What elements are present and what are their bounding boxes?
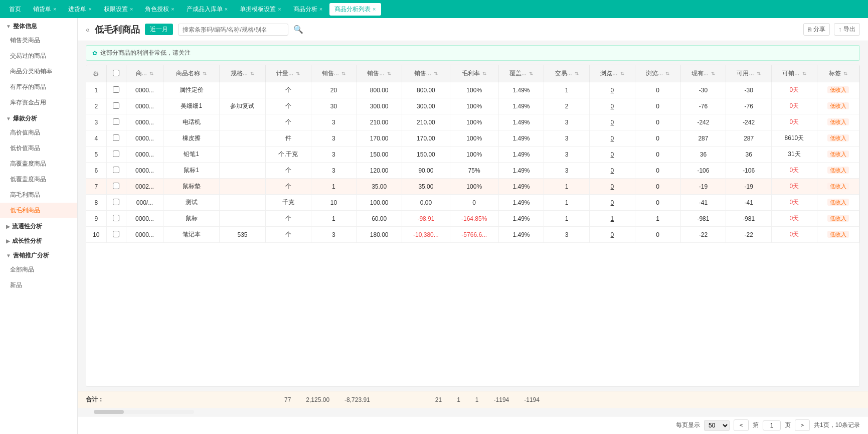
- col-unit[interactable]: 计量... ⇅: [265, 65, 311, 82]
- row-checkbox[interactable]: [113, 215, 119, 221]
- sidebar-item-high-value[interactable]: 高价值商品: [0, 125, 77, 140]
- nav-close-sales[interactable]: ×: [53, 6, 56, 12]
- row-checkbox[interactable]: [113, 134, 119, 141]
- col-checkbox[interactable]: [106, 65, 126, 82]
- col-browse1[interactable]: 浏览... ⇅: [590, 65, 635, 82]
- cell-checkbox[interactable]: [106, 211, 126, 227]
- export-btn[interactable]: ↑ 导出: [834, 23, 860, 36]
- cell-checkbox[interactable]: [106, 82, 126, 98]
- col-sellable[interactable]: 可销... ⇅: [772, 65, 817, 82]
- col-gross-margin[interactable]: 毛利率 ⇅: [450, 65, 498, 82]
- row-checkbox[interactable]: [113, 151, 119, 157]
- nav-item-permissions[interactable]: 权限设置 ×: [99, 3, 138, 16]
- cell-browse1[interactable]: 0: [590, 227, 635, 243]
- sidebar-section-growth[interactable]: ▶ 成长性分析: [0, 233, 77, 247]
- col-available[interactable]: 可用... ⇅: [726, 65, 772, 82]
- cell-browse1[interactable]: 1: [590, 211, 635, 227]
- nav-item-sales[interactable]: 销货单 ×: [28, 3, 61, 16]
- cell-checkbox[interactable]: [106, 98, 126, 114]
- row-checkbox[interactable]: [113, 199, 119, 205]
- nav-label-products: 产成品入库单: [187, 5, 223, 14]
- page-size-select[interactable]: 50 100: [704, 420, 730, 431]
- sidebar-item-sales-products[interactable]: 销售类商品: [0, 33, 77, 48]
- horizontal-scrollbar[interactable]: [94, 410, 194, 414]
- nav-item-roles[interactable]: 角色授权 ×: [140, 3, 179, 16]
- nav-item-purchase[interactable]: 进货单 ×: [63, 3, 96, 16]
- row-checkbox[interactable]: [113, 167, 119, 173]
- sidebar-item-high-margin[interactable]: 高毛利商品: [0, 187, 77, 203]
- col-spec[interactable]: 规格... ⇅: [220, 65, 266, 82]
- sidebar-item-low-coverage[interactable]: 低覆盖度商品: [0, 172, 77, 187]
- sidebar-item-low-margin[interactable]: 低毛利商品: [0, 203, 77, 218]
- col-code[interactable]: 商... ⇅: [126, 65, 163, 82]
- share-btn[interactable]: ⎘ 分享: [803, 23, 830, 36]
- sidebar-item-all-products[interactable]: 全部商品: [0, 262, 77, 277]
- select-all-checkbox[interactable]: [113, 70, 119, 76]
- cell-checkbox[interactable]: [106, 114, 126, 130]
- nav-close-permissions[interactable]: ×: [130, 6, 133, 12]
- sidebar-item-new-products[interactable]: 新品: [0, 277, 77, 293]
- row-checkbox[interactable]: [113, 86, 119, 93]
- nav-close-products[interactable]: ×: [225, 6, 228, 12]
- nav-close-purchase[interactable]: ×: [88, 6, 91, 12]
- nav-close-analysis-list[interactable]: ×: [373, 6, 376, 12]
- sidebar-section-hot[interactable]: ▼ 爆款分析: [0, 110, 77, 125]
- col-name[interactable]: 商品名称 ⇅: [163, 65, 220, 82]
- sidebar-item-capital[interactable]: 库存资金占用: [0, 95, 77, 110]
- nav-item-analysis[interactable]: 商品分析 ×: [288, 3, 327, 16]
- nav-item-templates[interactable]: 单据模板设置 ×: [235, 3, 286, 16]
- page-number-input[interactable]: [763, 420, 781, 430]
- cell-browse1[interactable]: 0: [590, 163, 635, 179]
- row-checkbox[interactable]: [113, 183, 119, 189]
- cell-code: 0000...: [126, 211, 163, 227]
- col-sales-qty[interactable]: 销售... ⇅: [311, 65, 357, 82]
- cell-browse1[interactable]: 0: [590, 98, 635, 114]
- cell-browse1[interactable]: 0: [590, 82, 635, 98]
- cell-checkbox[interactable]: [106, 130, 126, 147]
- sidebar-section-overall[interactable]: ▼ 整体信息: [0, 18, 77, 33]
- search-input[interactable]: [178, 24, 288, 36]
- cell-browse1[interactable]: 0: [590, 114, 635, 130]
- scrollbar-thumb[interactable]: [94, 410, 124, 414]
- col-browse2[interactable]: 浏览... ⇅: [635, 65, 680, 82]
- nav-item-products[interactable]: 产成品入库单 ×: [182, 3, 233, 16]
- cell-browse1[interactable]: 0: [590, 195, 635, 211]
- cell-browse1[interactable]: 0: [590, 179, 635, 195]
- next-page-btn[interactable]: ＞: [795, 419, 810, 431]
- search-icon[interactable]: 🔍: [293, 25, 303, 34]
- row-checkbox[interactable]: [113, 231, 119, 237]
- row-checkbox[interactable]: [113, 102, 119, 109]
- sidebar-section-liquidity[interactable]: ▶ 流通性分析: [0, 218, 77, 233]
- sidebar-item-category-rate[interactable]: 商品分类助销率: [0, 64, 77, 79]
- settings-icon[interactable]: ⚙: [93, 70, 99, 78]
- col-coverage[interactable]: 覆盖... ⇅: [498, 65, 544, 82]
- pagination-bar: 每页显示 50 100 ＜ 第 页 ＞ 共1页，10条记录: [78, 416, 868, 434]
- sidebar-item-in-stock[interactable]: 有库存的商品: [0, 79, 77, 95]
- cell-browse1[interactable]: 0: [590, 130, 635, 147]
- prev-page-btn[interactable]: ＜: [734, 419, 749, 431]
- row-checkbox[interactable]: [113, 118, 119, 125]
- col-current-stock[interactable]: 现有... ⇅: [680, 65, 726, 82]
- sidebar-collapse-btn[interactable]: «: [86, 26, 90, 34]
- filter-recent-month-btn[interactable]: 近一月: [145, 24, 173, 35]
- sidebar-item-low-value[interactable]: 低价值商品: [0, 140, 77, 156]
- nav-close-roles[interactable]: ×: [171, 6, 174, 12]
- cell-checkbox[interactable]: [106, 227, 126, 243]
- col-settings[interactable]: ⚙: [86, 65, 106, 82]
- col-tag[interactable]: 标签 ⇅: [817, 65, 859, 82]
- nav-close-templates[interactable]: ×: [278, 6, 281, 12]
- col-sales-amount[interactable]: 销售... ⇅: [402, 65, 450, 82]
- cell-checkbox[interactable]: [106, 147, 126, 163]
- nav-close-analysis[interactable]: ×: [319, 6, 322, 12]
- nav-item-analysis-list[interactable]: 商品分析列表 ×: [329, 3, 381, 16]
- cell-browse1[interactable]: 0: [590, 147, 635, 163]
- cell-checkbox[interactable]: [106, 195, 126, 211]
- cell-checkbox[interactable]: [106, 179, 126, 195]
- col-sales-price[interactable]: 销售... ⇅: [357, 65, 402, 82]
- sidebar-item-high-coverage[interactable]: 高覆盖度商品: [0, 156, 77, 172]
- cell-checkbox[interactable]: [106, 163, 126, 179]
- nav-item-home[interactable]: 首页: [4, 3, 26, 16]
- sidebar-section-marketing[interactable]: ▼ 营销推广分析: [0, 247, 77, 262]
- sidebar-item-traded[interactable]: 交易过的商品: [0, 48, 77, 64]
- col-transactions[interactable]: 交易... ⇅: [544, 65, 590, 82]
